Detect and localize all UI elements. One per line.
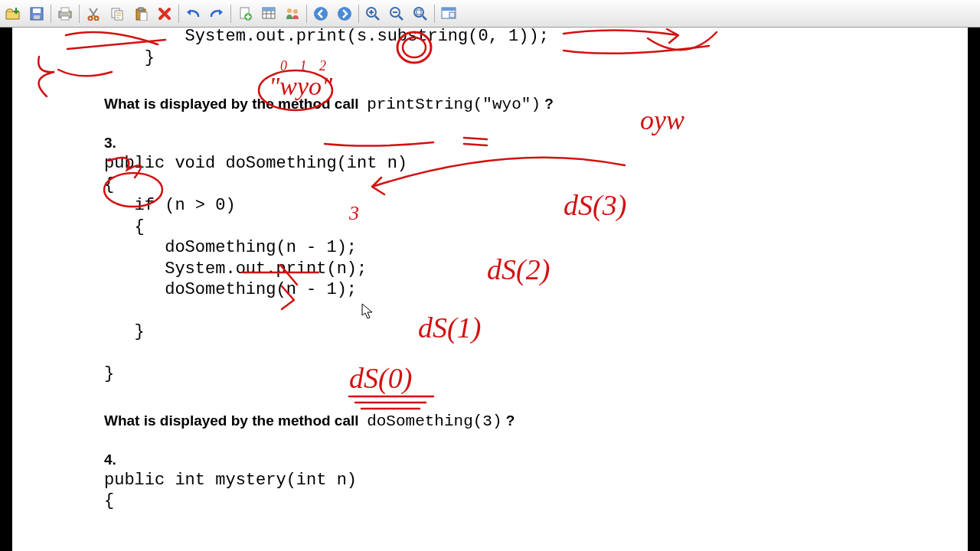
cut-icon[interactable] [82,2,105,25]
svg-rect-27 [442,8,456,11]
zoom-in-icon[interactable] [361,2,384,25]
question3-call: doSomething(3) [367,412,501,430]
svg-point-19 [293,9,298,14]
paste-icon[interactable] [129,2,152,25]
forward-icon[interactable] [333,2,356,25]
toolbar [0,0,980,28]
separator [434,5,435,23]
question3-number: 3. [104,135,876,152]
separator [51,5,51,23]
delete-icon[interactable] [153,2,176,25]
code-fragment: System.out.print(s.substring(0, 1)); } [104,28,876,68]
window-icon[interactable] [437,2,460,25]
insert-table-icon[interactable] [257,2,280,25]
question4-code: public int mystery(int n) { [104,470,876,512]
separator [230,5,231,23]
svg-point-8 [95,16,99,20]
question2-call: printString("wyo") [367,96,541,113]
svg-point-7 [89,16,93,20]
undo-icon[interactable] [181,2,204,25]
question2-prompt: What is displayed by the method call pri… [104,96,876,113]
svg-point-21 [338,7,351,21]
question3-code: public void doSomething(int n) { if (n >… [104,153,876,385]
svg-rect-2 [34,15,40,19]
question2-text: What is displayed by the method call [104,96,359,112]
svg-rect-12 [139,8,143,11]
separator [178,5,179,23]
new-page-icon[interactable] [234,2,256,25]
svg-point-24 [414,8,423,17]
svg-rect-1 [33,8,41,13]
zoom-out-icon[interactable] [385,2,408,25]
question4-number: 4. [104,452,876,468]
svg-rect-25 [416,10,421,15]
separator [358,5,359,23]
back-icon[interactable] [309,2,332,25]
question3-text: What is displayed by the method call [104,412,359,429]
document-page[interactable]: System.out.print(s.substring(0, 1)); } W… [12,28,968,551]
copy-icon[interactable] [106,2,129,25]
svg-rect-13 [140,12,147,21]
separator [79,5,80,23]
svg-rect-17 [263,8,275,11]
separator [306,5,307,23]
save-icon[interactable] [25,2,48,25]
svg-rect-5 [61,16,69,20]
question2-q: ? [544,96,554,112]
svg-point-6 [68,12,70,15]
svg-point-18 [287,8,292,13]
svg-rect-28 [449,12,455,18]
svg-point-20 [314,7,328,21]
mouse-cursor-icon [361,303,374,320]
open-icon[interactable] [2,2,24,25]
question3-q: ? [506,412,515,429]
print-icon[interactable] [54,2,77,25]
users-icon[interactable] [281,2,304,25]
question3-prompt: What is displayed by the method call doS… [104,412,876,430]
zoom-fit-icon[interactable] [409,2,432,25]
svg-rect-4 [61,8,69,12]
redo-icon[interactable] [205,2,228,25]
